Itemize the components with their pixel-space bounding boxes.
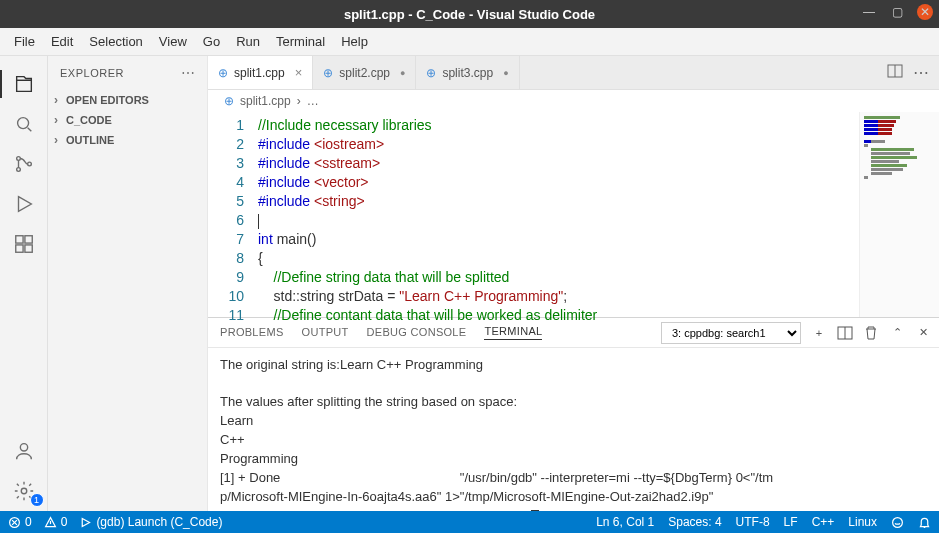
menu-file[interactable]: File	[6, 30, 43, 53]
menu-view[interactable]: View	[151, 30, 195, 53]
open-editors-section[interactable]: OPEN EDITORS	[48, 90, 207, 110]
status-warnings[interactable]: 0	[44, 515, 68, 529]
tab-split3[interactable]: ⊕ split3.cpp ●	[416, 56, 519, 89]
extensions-icon[interactable]	[0, 224, 48, 264]
editor-group: ⊕ split1.cpp × ⊕ split2.cpp ● ⊕ split3.c…	[208, 56, 939, 511]
close-button[interactable]: ✕	[917, 4, 933, 20]
svg-point-1	[16, 157, 20, 161]
menu-help[interactable]: Help	[333, 30, 376, 53]
split-terminal-icon[interactable]	[837, 325, 853, 341]
menu-go[interactable]: Go	[195, 30, 228, 53]
accounts-icon[interactable]	[0, 431, 48, 471]
status-bell-icon[interactable]	[918, 516, 931, 529]
source-control-icon[interactable]	[0, 144, 48, 184]
status-spaces[interactable]: Spaces: 4	[668, 515, 721, 529]
split-editor-icon[interactable]	[887, 63, 903, 83]
svg-rect-6	[15, 245, 22, 252]
settings-icon[interactable]: 1	[0, 471, 48, 511]
folder-section[interactable]: C_CODE	[48, 110, 207, 130]
tab-split1[interactable]: ⊕ split1.cpp ×	[208, 56, 313, 89]
cpp-file-icon: ⊕	[224, 94, 234, 108]
menu-edit[interactable]: Edit	[43, 30, 81, 53]
outline-section[interactable]: OUTLINE	[48, 130, 207, 150]
cpp-file-icon: ⊕	[323, 66, 333, 80]
panel-tab-terminal[interactable]: TERMINAL	[484, 325, 542, 340]
tab-dirty-icon: ●	[503, 68, 508, 78]
panel-tab-debug[interactable]: DEBUG CONSOLE	[367, 326, 467, 340]
breadcrumb-more: …	[307, 94, 319, 108]
status-lang[interactable]: C++	[812, 515, 835, 529]
sidebar-more-icon[interactable]: ⋯	[181, 65, 196, 81]
tab-split2[interactable]: ⊕ split2.cpp ●	[313, 56, 416, 89]
new-terminal-icon[interactable]: +	[811, 325, 827, 341]
panel-maximize-icon[interactable]: ⌃	[889, 325, 905, 341]
tab-dirty-icon: ●	[400, 68, 405, 78]
svg-rect-4	[15, 236, 22, 243]
svg-rect-7	[24, 245, 31, 252]
terminal-output[interactable]: The original string is:Learn C++ Program…	[208, 348, 939, 511]
bottom-panel: PROBLEMS OUTPUT DEBUG CONSOLE TERMINAL 3…	[208, 317, 939, 511]
search-icon[interactable]	[0, 104, 48, 144]
panel-tab-problems[interactable]: PROBLEMS	[220, 326, 284, 340]
window-title: split1.cpp - C_Code - Visual Studio Code	[344, 7, 595, 22]
minimap[interactable]	[859, 112, 939, 317]
breadcrumb-sep: ›	[297, 94, 301, 108]
window-controls: — ▢ ✕	[861, 4, 933, 20]
tab-bar: ⊕ split1.cpp × ⊕ split2.cpp ● ⊕ split3.c…	[208, 56, 939, 90]
svg-rect-5	[24, 236, 31, 243]
status-os[interactable]: Linux	[848, 515, 877, 529]
svg-point-3	[27, 162, 31, 166]
code-area[interactable]: //Include necessary libraries#include <i…	[258, 112, 939, 317]
svg-point-0	[17, 118, 28, 129]
explorer-icon[interactable]	[0, 64, 48, 104]
status-eol[interactable]: LF	[784, 515, 798, 529]
status-bar: 0 0 (gdb) Launch (C_Code) Ln 6, Col 1 Sp…	[0, 511, 939, 533]
terminal-selector[interactable]: 3: cppdbg: search1	[661, 322, 801, 344]
line-gutter: 1234567891011	[208, 112, 258, 317]
activity-bar: 1	[0, 56, 48, 511]
tab-close-icon[interactable]: ×	[295, 65, 303, 80]
maximize-button[interactable]: ▢	[889, 4, 905, 20]
breadcrumb[interactable]: ⊕ split1.cpp › …	[208, 90, 939, 112]
tab-label: split1.cpp	[234, 66, 285, 80]
tab-label: split2.cpp	[339, 66, 390, 80]
panel-close-icon[interactable]: ✕	[915, 325, 931, 341]
status-feedback-icon[interactable]	[891, 516, 904, 529]
menu-run[interactable]: Run	[228, 30, 268, 53]
svg-point-13	[893, 517, 903, 527]
status-lncol[interactable]: Ln 6, Col 1	[596, 515, 654, 529]
panel-tab-output[interactable]: OUTPUT	[302, 326, 349, 340]
svg-point-2	[16, 168, 20, 172]
run-debug-icon[interactable]	[0, 184, 48, 224]
editor-body[interactable]: 1234567891011 //Include necessary librar…	[208, 112, 939, 317]
sidebar-title: EXPLORER	[60, 67, 124, 79]
svg-point-9	[21, 488, 27, 494]
tab-label: split3.cpp	[442, 66, 493, 80]
cpp-file-icon: ⊕	[218, 66, 228, 80]
explorer-sidebar: EXPLORER ⋯ OPEN EDITORS C_CODE OUTLINE	[48, 56, 208, 511]
svg-point-8	[20, 444, 27, 451]
breadcrumb-file: split1.cpp	[240, 94, 291, 108]
cpp-file-icon: ⊕	[426, 66, 436, 80]
menu-bar: File Edit Selection View Go Run Terminal…	[0, 28, 939, 56]
minimize-button[interactable]: —	[861, 4, 877, 20]
status-errors[interactable]: 0	[8, 515, 32, 529]
settings-badge: 1	[30, 493, 44, 507]
menu-terminal[interactable]: Terminal	[268, 30, 333, 53]
editor-more-icon[interactable]: ⋯	[913, 63, 929, 82]
status-launch[interactable]: (gdb) Launch (C_Code)	[79, 515, 222, 529]
status-encoding[interactable]: UTF-8	[736, 515, 770, 529]
kill-terminal-icon[interactable]	[863, 325, 879, 341]
panel-tabs: PROBLEMS OUTPUT DEBUG CONSOLE TERMINAL 3…	[208, 318, 939, 348]
menu-selection[interactable]: Selection	[81, 30, 150, 53]
title-bar: split1.cpp - C_Code - Visual Studio Code…	[0, 0, 939, 28]
